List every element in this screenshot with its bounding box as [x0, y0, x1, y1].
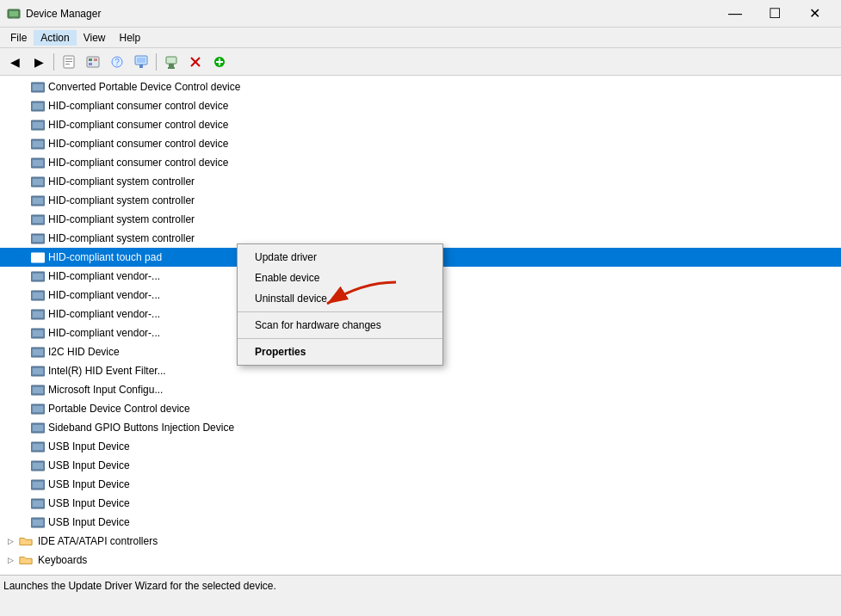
svg-rect-45 — [33, 274, 43, 280]
properties-button[interactable] — [58, 51, 80, 73]
keyboards-category[interactable]: ▷ Keyboards — [0, 551, 841, 570]
device-icon — [31, 421, 45, 434]
svg-rect-14 — [137, 58, 145, 63]
svg-rect-8 — [89, 59, 92, 61]
svg-rect-37 — [33, 198, 43, 204]
remove-button[interactable] — [184, 51, 207, 73]
window-controls: — ☐ ✕ — [715, 0, 834, 28]
svg-rect-25 — [33, 84, 43, 90]
list-item[interactable]: HID-compliant consumer control device — [0, 134, 841, 153]
list-item[interactable]: HID-compliant consumer control device — [0, 153, 841, 172]
svg-rect-51 — [33, 330, 43, 336]
usb-icon — [31, 459, 45, 472]
ide-atapi-category[interactable]: ▷ IDE ATA/ATAPI controllers — [0, 532, 841, 551]
menu-action[interactable]: Action — [34, 30, 76, 46]
svg-rect-33 — [33, 160, 43, 166]
maximize-button[interactable]: ☐ — [755, 0, 795, 28]
svg-rect-27 — [33, 103, 43, 109]
folder-icon — [19, 553, 33, 567]
usb-input-device-3[interactable]: USB Input Device — [0, 475, 841, 494]
device-icon — [31, 250, 45, 264]
svg-rect-1 — [9, 11, 18, 16]
list-item[interactable]: Portable Device Control device — [0, 399, 841, 418]
svg-rect-65 — [33, 463, 43, 469]
context-separator-2 — [238, 338, 442, 339]
device-icon — [31, 326, 45, 340]
update-driver-button[interactable] — [130, 51, 152, 73]
svg-rect-69 — [33, 501, 43, 507]
usb-input-device-2[interactable]: USB Input Device — [0, 456, 841, 475]
svg-rect-18 — [168, 67, 175, 69]
device-manager-view-button[interactable] — [82, 51, 104, 73]
status-bar: Launches the Update Driver Wizard for th… — [0, 575, 841, 595]
device-icon — [31, 231, 45, 245]
svg-rect-29 — [33, 122, 43, 128]
device-icon — [31, 383, 45, 397]
svg-rect-17 — [169, 64, 174, 67]
list-item[interactable]: HID-compliant system controller — [0, 191, 841, 210]
device-icon — [31, 156, 45, 169]
list-item[interactable]: HID-compliant consumer control device — [0, 96, 841, 115]
context-update-driver[interactable]: Update driver — [238, 247, 442, 268]
svg-rect-67 — [33, 482, 43, 488]
close-button[interactable]: ✕ — [795, 0, 834, 28]
svg-rect-9 — [89, 63, 92, 65]
title-bar: Device Manager — ☐ ✕ — [0, 0, 841, 28]
device-icon — [31, 345, 45, 359]
device-icon — [31, 402, 45, 416]
minimize-button[interactable]: — — [715, 0, 755, 28]
svg-rect-7 — [87, 57, 99, 67]
menu-help[interactable]: Help — [113, 30, 148, 46]
context-separator-1 — [238, 311, 442, 312]
back-button[interactable]: ◀ — [3, 51, 26, 73]
list-item[interactable]: Microsoft Input Configu... — [0, 380, 841, 399]
list-item[interactable]: HID-compliant system controller — [0, 210, 841, 229]
svg-rect-63 — [33, 444, 43, 450]
svg-rect-2 — [12, 16, 15, 18]
context-scan-hardware[interactable]: Scan for hardware changes — [238, 315, 442, 336]
help-button[interactable]: ? — [106, 51, 128, 73]
svg-rect-5 — [65, 61, 72, 62]
window-title: Device Manager — [26, 8, 715, 20]
context-properties[interactable]: Properties — [238, 342, 442, 362]
list-item[interactable]: HID-compliant system controller — [0, 172, 841, 191]
toolbar-separator-1 — [53, 53, 54, 71]
toolbar: ◀ ▶ ? — [0, 48, 841, 76]
add-button[interactable] — [208, 51, 231, 73]
svg-rect-15 — [139, 65, 143, 68]
usb-icon — [31, 496, 45, 510]
usb-icon — [31, 515, 45, 529]
device-icon — [31, 307, 45, 321]
svg-rect-57 — [33, 387, 43, 393]
folder-icon — [19, 534, 33, 548]
forward-button[interactable]: ▶ — [28, 51, 50, 73]
svg-rect-35 — [33, 179, 43, 185]
usb-input-device-1[interactable]: USB Input Device — [0, 437, 841, 456]
svg-rect-71 — [33, 520, 43, 526]
usb-input-device-5[interactable]: USB Input Device — [0, 513, 841, 532]
context-uninstall-device[interactable]: Uninstall device — [238, 288, 442, 309]
svg-rect-59 — [33, 406, 43, 412]
menu-view[interactable]: View — [77, 30, 113, 46]
usb-input-device-4[interactable]: USB Input Device — [0, 494, 841, 513]
context-enable-device[interactable]: Enable device — [238, 268, 442, 288]
device-icon — [31, 269, 45, 283]
menu-bar: File Action View Help — [0, 28, 841, 48]
context-menu: Update driver Enable device Uninstall de… — [237, 243, 443, 366]
svg-rect-31 — [33, 141, 43, 147]
usb-icon — [31, 477, 45, 491]
device-icon — [31, 118, 45, 132]
svg-rect-61 — [33, 425, 43, 431]
svg-rect-49 — [33, 311, 43, 317]
toolbar-separator-2 — [156, 53, 157, 71]
list-item[interactable]: Converted Portable Device Control device — [0, 77, 841, 96]
svg-rect-4 — [65, 59, 72, 59]
list-item[interactable]: HID-compliant consumer control device — [0, 115, 841, 134]
svg-rect-53 — [33, 349, 43, 355]
menu-file[interactable]: File — [3, 30, 34, 46]
svg-text:?: ? — [114, 58, 120, 67]
device-icon — [31, 99, 45, 113]
svg-rect-43 — [33, 255, 43, 261]
list-item[interactable]: Sideband GPIO Buttons Injection Device — [0, 418, 841, 437]
scan-button[interactable] — [160, 51, 182, 73]
